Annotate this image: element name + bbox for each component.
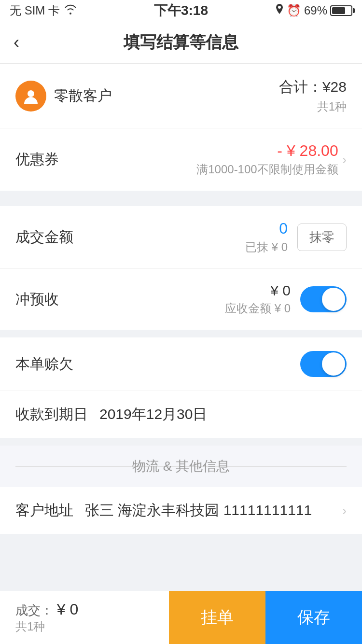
amount-right: 0 已抹 ¥ 0 抹零 bbox=[245, 220, 347, 255]
coupon-value-area: - ¥ 28.00 满1000-100不限制使用金额 bbox=[196, 142, 338, 177]
coupon-desc: 满1000-100不限制使用金额 bbox=[196, 162, 338, 177]
page-title: 填写结算等信息 bbox=[124, 31, 238, 54]
coupon-discount: - ¥ 28.00 bbox=[196, 142, 338, 160]
hold-button[interactable]: 挂单 bbox=[169, 591, 265, 644]
debt-row: 本单赊欠 bbox=[0, 337, 362, 391]
logistics-title-text: 物流 & 其他信息 bbox=[132, 459, 230, 474]
amount-value-area: 0 已抹 ¥ 0 bbox=[245, 220, 288, 255]
section-divider-3 bbox=[0, 438, 362, 446]
coupon-right: - ¥ 28.00 满1000-100不限制使用金额 › bbox=[196, 142, 347, 177]
total-amount: 合计：¥28 bbox=[279, 77, 347, 97]
back-button[interactable]: ‹ bbox=[14, 32, 19, 53]
address-chevron-icon: › bbox=[342, 503, 347, 518]
prepay-value: ¥ 0 bbox=[225, 282, 291, 299]
status-bar: 无 SIM 卡 下午3:18 ⏰ 69% bbox=[0, 0, 362, 21]
section-divider-1 bbox=[0, 198, 362, 206]
prepay-right: ¥ 0 应收金额 ¥ 0 bbox=[225, 282, 347, 316]
address-section: 客户地址 张三 海淀永丰科技园 11111111111 › bbox=[0, 487, 362, 534]
content-area: 零散客户 合计：¥28 共1种 优惠券 - ¥ 28.00 满1000-100不… bbox=[0, 64, 362, 600]
debt-label: 本单赊欠 bbox=[15, 354, 73, 374]
prepay-toggle[interactable] bbox=[300, 286, 347, 312]
total-count: 共1种 bbox=[279, 99, 347, 114]
round-button[interactable]: 抹零 bbox=[297, 224, 347, 251]
bottom-deal-row: 成交： ¥ 0 bbox=[15, 601, 153, 619]
due-date-row[interactable]: 收款到期日 2019年12月30日 bbox=[0, 391, 362, 438]
address-label: 客户地址 bbox=[15, 501, 73, 520]
svg-point-0 bbox=[28, 90, 34, 97]
save-button[interactable]: 保存 bbox=[265, 591, 362, 644]
amount-section: 成交金额 0 已抹 ¥ 0 抹零 冲预收 ¥ 0 应收金额 ¥ 0 bbox=[0, 206, 362, 330]
prepay-value-area: ¥ 0 应收金额 ¥ 0 bbox=[225, 282, 291, 316]
toggle-knob bbox=[322, 288, 345, 311]
amount-label: 成交金额 bbox=[15, 227, 73, 247]
bottom-deal-label: 成交： bbox=[15, 603, 53, 617]
debt-section: 本单赊欠 收款到期日 2019年12月30日 bbox=[0, 337, 362, 438]
avatar bbox=[15, 81, 46, 112]
customer-info: 零散客户 bbox=[15, 81, 112, 112]
logistics-section-header: 物流 & 其他信息 bbox=[0, 446, 362, 487]
status-left: 无 SIM 卡 bbox=[10, 3, 77, 18]
coupon-row[interactable]: 优惠券 - ¥ 28.00 满1000-100不限制使用金额 › bbox=[0, 128, 362, 191]
bottom-info: 成交： ¥ 0 共1种 bbox=[0, 601, 169, 634]
location-icon bbox=[275, 4, 284, 17]
battery-percent: 69% bbox=[304, 4, 327, 17]
chevron-right-icon: › bbox=[342, 152, 347, 168]
customer-row: 零散客户 合计：¥28 共1种 bbox=[0, 64, 362, 128]
prepay-sub: 应收金额 ¥ 0 bbox=[225, 301, 291, 316]
address-value: 张三 海淀永丰科技园 11111111111 bbox=[85, 501, 342, 520]
bottom-bar: 成交： ¥ 0 共1种 挂单 保存 bbox=[0, 591, 362, 644]
prepay-label: 冲预收 bbox=[15, 290, 59, 309]
prepay-row: 冲预收 ¥ 0 应收金额 ¥ 0 bbox=[0, 268, 362, 330]
customer-name: 零散客户 bbox=[54, 86, 112, 106]
alarm-icon: ⏰ bbox=[287, 4, 301, 17]
due-date-label: 收款到期日 bbox=[15, 405, 88, 424]
coupon-label: 优惠券 bbox=[15, 150, 59, 169]
debt-toggle-knob bbox=[322, 352, 345, 376]
bottom-deal-amount: ¥ 0 bbox=[57, 601, 78, 618]
bottom-deal-count: 共1种 bbox=[15, 619, 153, 634]
no-sim-label: 无 SIM 卡 bbox=[10, 3, 60, 18]
section-divider-2 bbox=[0, 330, 362, 337]
wifi-icon bbox=[64, 4, 77, 17]
battery-icon bbox=[330, 5, 352, 16]
debt-toggle[interactable] bbox=[300, 351, 347, 377]
status-time: 下午3:18 bbox=[154, 1, 208, 20]
amount-sub: 已抹 ¥ 0 bbox=[245, 239, 288, 255]
address-row[interactable]: 客户地址 张三 海淀永丰科技园 11111111111 › bbox=[0, 487, 362, 534]
logistics-title: 物流 & 其他信息 bbox=[125, 457, 237, 476]
customer-card: 零散客户 合计：¥28 共1种 优惠券 - ¥ 28.00 满1000-100不… bbox=[0, 64, 362, 191]
status-right: ⏰ 69% bbox=[275, 4, 352, 17]
due-date-value: 2019年12月30日 bbox=[99, 405, 207, 424]
amount-row: 成交金额 0 已抹 ¥ 0 抹零 bbox=[0, 206, 362, 268]
customer-totals: 合计：¥28 共1种 bbox=[279, 77, 347, 114]
amount-value: 0 bbox=[245, 220, 288, 238]
nav-bar: ‹ 填写结算等信息 bbox=[0, 21, 362, 64]
